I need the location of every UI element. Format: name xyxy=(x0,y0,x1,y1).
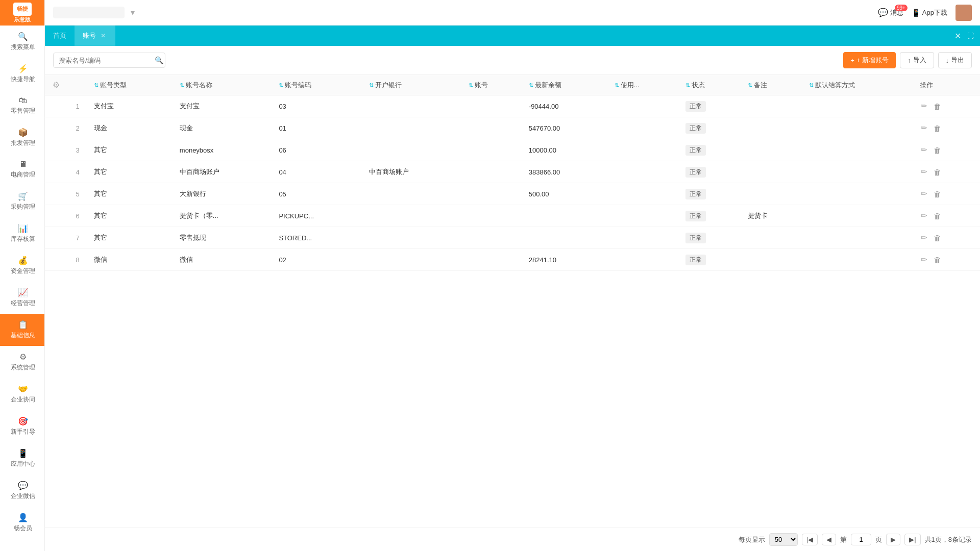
tab-account[interactable]: 账号 ✕ xyxy=(75,26,115,46)
edit-button[interactable]: ✏ xyxy=(920,101,928,112)
row-bank xyxy=(363,183,462,205)
row-balance xyxy=(523,227,608,249)
edit-button[interactable]: ✏ xyxy=(920,122,928,134)
row-status: 正常 xyxy=(679,161,742,183)
import-icon: ↑ xyxy=(908,57,911,64)
sidebar-item-system[interactable]: ⚙ 系统管理 xyxy=(0,346,44,378)
status-badge: 正常 xyxy=(685,145,706,156)
delete-button[interactable]: 🗑 xyxy=(933,101,942,112)
sidebar-item-label: 库存核算 xyxy=(11,235,35,243)
row-type: 支付宝 xyxy=(88,95,174,117)
sidebar-item-member[interactable]: 👤 畅会员 xyxy=(0,507,44,539)
sidebar-item-agreement[interactable]: 🤝 企业协同 xyxy=(0,378,44,410)
tab-close-all-icon[interactable]: ✕ xyxy=(952,29,963,43)
search-button[interactable]: 🔍 xyxy=(150,53,165,67)
tab-home[interactable]: 首页 xyxy=(45,26,75,46)
table-row: 1 支付宝 支付宝 03 -90444.00 正常 ✏ 🗑 xyxy=(45,95,980,117)
row-settings xyxy=(45,183,67,205)
th-note[interactable]: ⇅备注 xyxy=(742,75,803,95)
delete-button[interactable]: 🗑 xyxy=(933,167,942,178)
tab-close-button[interactable]: ✕ xyxy=(99,32,107,40)
delete-button[interactable]: 🗑 xyxy=(933,233,942,243)
prev-page-button[interactable]: ◀ xyxy=(822,534,836,545)
row-bank xyxy=(363,249,462,271)
finance-icon: 💰 xyxy=(18,256,28,265)
status-badge: 正常 xyxy=(685,255,706,265)
th-account[interactable]: ⇅账号 xyxy=(462,75,523,95)
row-type: 其它 xyxy=(88,183,174,205)
first-page-button[interactable]: |◀ xyxy=(802,534,818,545)
edit-button[interactable]: ✏ xyxy=(920,254,928,265)
search-input[interactable] xyxy=(54,54,150,67)
tab-home-label: 首页 xyxy=(53,31,66,40)
th-status[interactable]: ⇅状态 xyxy=(679,75,742,95)
row-actions: ✏ 🗑 xyxy=(914,249,980,271)
main-area: ▾ 💬 消息 99+ 📱 App下载 首页 账号 ✕ ✕ ⛶ xyxy=(45,0,980,551)
retail-icon: 🛍 xyxy=(19,96,27,105)
sidebar-item-finance[interactable]: 💰 资金管理 xyxy=(0,249,44,282)
edit-button[interactable]: ✏ xyxy=(920,232,928,243)
sidebar-item-quick-nav[interactable]: ⚡ 快捷导航 xyxy=(0,58,44,90)
th-bank[interactable]: ⇅开户银行 xyxy=(363,75,462,95)
sidebar-item-wholesale[interactable]: 📦 批发管理 xyxy=(0,121,44,154)
th-settings[interactable]: ⚙ xyxy=(45,75,67,95)
delete-button[interactable]: 🗑 xyxy=(933,255,942,265)
avatar[interactable] xyxy=(955,5,972,21)
sidebar-item-label: 电商管理 xyxy=(11,170,35,179)
sidebar-item-purchase[interactable]: 🛒 采购管理 xyxy=(0,185,44,217)
th-name[interactable]: ⇅账号名称 xyxy=(174,75,273,95)
row-bank: 中百商场账户 xyxy=(363,161,462,183)
settings-icon[interactable]: ⚙ xyxy=(53,81,60,89)
last-page-button[interactable]: ▶| xyxy=(904,534,920,545)
sidebar-item-ecommerce[interactable]: 🖥 电商管理 xyxy=(0,154,44,185)
th-balance[interactable]: ⇅最新余额 xyxy=(523,75,608,95)
export-button[interactable]: ↓ 导出 xyxy=(938,52,972,68)
row-name: 提货卡（零... xyxy=(174,205,273,227)
sidebar-item-label: 批发管理 xyxy=(11,139,35,147)
delete-button[interactable]: 🗑 xyxy=(933,211,942,221)
add-account-button[interactable]: + + 新增账号 xyxy=(843,52,896,68)
export-icon: ↓ xyxy=(946,57,949,64)
th-code[interactable]: ⇅账号编码 xyxy=(273,75,363,95)
guide-icon: 🎯 xyxy=(18,416,28,426)
row-settings xyxy=(45,161,67,183)
edit-button[interactable]: ✏ xyxy=(920,210,928,221)
edit-button[interactable]: ✏ xyxy=(920,166,928,178)
row-code: 02 xyxy=(273,249,363,271)
th-default-settle[interactable]: ⇅默认结算方式 xyxy=(803,75,914,95)
delete-button[interactable]: 🗑 xyxy=(933,189,942,199)
tab-bar-right: ✕ ⛶ xyxy=(952,29,980,43)
top-dropdown-icon[interactable]: ▾ xyxy=(131,8,135,17)
row-actions: ✏ 🗑 xyxy=(914,139,980,161)
sidebar-item-operation[interactable]: 📈 经营管理 xyxy=(0,282,44,314)
next-page-button[interactable]: ▶ xyxy=(886,534,900,545)
delete-button[interactable]: 🗑 xyxy=(933,123,942,134)
sidebar-item-basic[interactable]: 📋 基础信息 xyxy=(0,314,44,346)
row-balance: 547670.00 xyxy=(523,117,608,139)
system-icon: ⚙ xyxy=(19,352,27,362)
delete-button[interactable]: 🗑 xyxy=(933,145,942,156)
page-input[interactable] xyxy=(851,534,871,545)
sidebar-item-retail[interactable]: 🛍 零售管理 xyxy=(0,90,44,121)
sidebar-item-enterprise-wx[interactable]: 💬 企业微信 xyxy=(0,474,44,507)
sidebar-item-inventory[interactable]: 📊 库存核算 xyxy=(0,217,44,249)
th-type[interactable]: ⇅账号类型 xyxy=(88,75,174,95)
sidebar-item-search[interactable]: 🔍 搜索菜单 xyxy=(0,26,44,58)
row-actions: ✏ 🗑 xyxy=(914,95,980,117)
top-search-input[interactable] xyxy=(53,7,125,18)
quick-nav-icon: ⚡ xyxy=(18,64,28,73)
page-size-select[interactable]: 50 20 100 xyxy=(769,533,798,546)
agreement-icon: 🤝 xyxy=(18,384,28,394)
tab-expand-icon[interactable]: ⛶ xyxy=(965,30,976,42)
import-button[interactable]: ↑ 导入 xyxy=(900,52,934,68)
th-use[interactable]: ⇅使用... xyxy=(608,75,679,95)
app-download-button[interactable]: 📱 App下载 xyxy=(912,8,947,17)
edit-button[interactable]: ✏ xyxy=(920,144,928,156)
message-button[interactable]: 💬 消息 99+ xyxy=(878,8,903,17)
edit-button[interactable]: ✏ xyxy=(920,188,928,199)
sidebar-item-app-center[interactable]: 📱 应用中心 xyxy=(0,442,44,474)
purchase-icon: 🛒 xyxy=(18,191,28,201)
sidebar-item-guide[interactable]: 🎯 新手引导 xyxy=(0,410,44,442)
row-actions: ✏ 🗑 xyxy=(914,117,980,139)
row-num: 4 xyxy=(67,161,88,183)
